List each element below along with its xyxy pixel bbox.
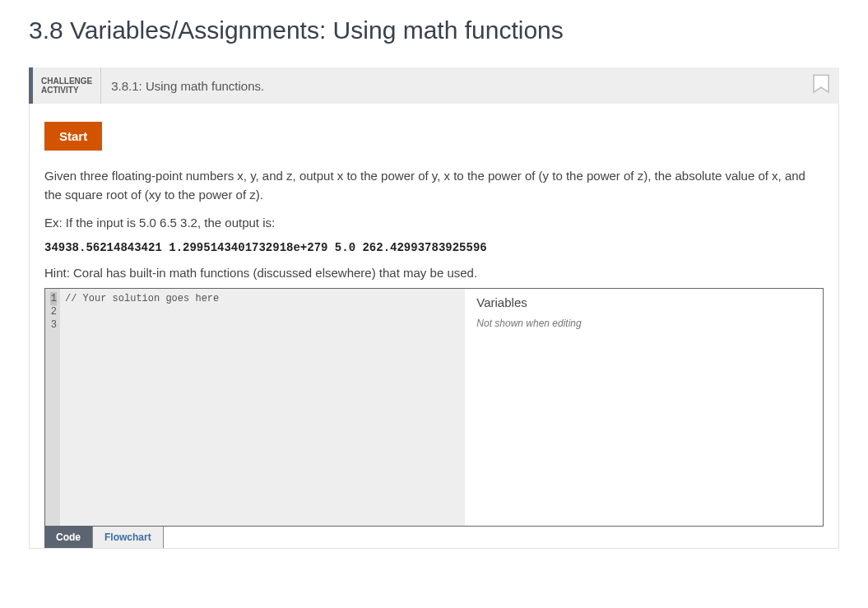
code-editor[interactable]: 1 2 3 // Your solution goes here	[45, 289, 465, 526]
activity-label-line1: CHALLENGE	[41, 77, 92, 86]
variables-panel: Variables Not shown when editing	[465, 289, 823, 526]
activity-title: 3.8.1: Using math functions.	[101, 67, 264, 104]
hint-text: Hint: Coral has built-in math functions …	[44, 266, 824, 280]
gutter-line: 1	[50, 292, 57, 305]
tab-code[interactable]: Code	[44, 527, 93, 548]
code-line: // Your solution goes here	[65, 292, 219, 305]
activity-header: CHALLENGE ACTIVITY 3.8.1: Using math fun…	[29, 67, 839, 104]
gutter-line: 3	[50, 318, 57, 332]
editor-tabs: Code Flowchart	[44, 527, 824, 548]
example-label: Ex: If the input is 5.0 6.5 3.2, the out…	[44, 216, 824, 230]
activity-type-label: CHALLENGE ACTIVITY	[33, 67, 101, 104]
line-gutter: 1 2 3	[45, 289, 60, 526]
variables-title: Variables	[476, 295, 811, 309]
tab-flowchart[interactable]: Flowchart	[93, 527, 164, 548]
editor-container: 1 2 3 // Your solution goes here Variabl…	[44, 288, 824, 527]
variables-note: Not shown when editing	[476, 318, 811, 329]
code-lines[interactable]: // Your solution goes here	[60, 289, 224, 526]
example-output: 34938.56214843421 1.2995143401732918e+27…	[44, 241, 824, 254]
page-title: 3.8 Variables/Assignments: Using math fu…	[29, 16, 839, 44]
problem-description: Given three floating-point numbers x, y,…	[44, 167, 824, 204]
activity-label-line2: ACTIVITY	[41, 86, 92, 95]
bookmark-icon[interactable]	[813, 74, 829, 99]
activity-body: Start Given three floating-point numbers…	[29, 104, 839, 549]
start-button[interactable]: Start	[44, 122, 102, 151]
gutter-line: 2	[50, 305, 57, 318]
